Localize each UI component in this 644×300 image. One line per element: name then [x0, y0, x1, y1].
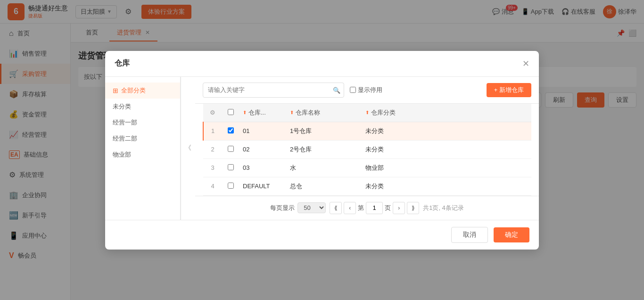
th-name[interactable]: ⬆ 仓库名称 — [286, 104, 362, 122]
cell-num: 2 — [203, 140, 222, 158]
cancel-button[interactable]: 取消 — [451, 227, 488, 243]
modal-main: 🔍 显示停用 + 新增仓库 ⚙ — [195, 77, 539, 220]
modal-close-icon[interactable]: ✕ — [522, 58, 529, 69]
cell-category: 物业部 — [362, 158, 531, 177]
th-code[interactable]: ⬆ 仓库... — [239, 104, 286, 122]
cell-num: 1 — [203, 122, 222, 140]
page-size: 每页显示 50 10 20 100 — [270, 202, 326, 213]
category-op2-label: 经营二部 — [113, 134, 137, 143]
warehouse-modal: 仓库 ✕ ⊞ 全部分类 未分类 经营一部 经营二部 — [105, 51, 539, 250]
modal-header: 仓库 ✕ — [105, 51, 539, 77]
page-input[interactable] — [366, 202, 383, 214]
table-header-row: ⚙ ⬆ 仓库... — [203, 104, 531, 122]
th-name-sort: ⬆ 仓库名称 — [290, 108, 358, 117]
cell-category: 未分类 — [362, 140, 531, 158]
cell-check — [222, 122, 239, 140]
settings-th-icon[interactable]: ⚙ — [210, 109, 215, 116]
table-body: 1 01 1号仓库 未分类 2 02 2号仓库 未分类 3 03 水 物业部 4 — [203, 122, 531, 195]
search-icon[interactable]: 🔍 — [333, 86, 340, 93]
cell-name: 2号仓库 — [286, 140, 362, 158]
page-prev-button[interactable]: ‹ — [344, 202, 356, 214]
category-property[interactable]: 物业部 — [105, 147, 180, 163]
modal-footer: 取消 确定 — [105, 220, 539, 250]
cell-category: 未分类 — [362, 177, 531, 195]
cell-check — [222, 158, 239, 177]
warehouse-table: ⚙ ⬆ 仓库... — [203, 104, 531, 196]
category-op1-label: 经营一部 — [113, 118, 137, 127]
cell-name: 水 — [286, 158, 362, 177]
warehouse-table-wrap: ⚙ ⬆ 仓库... — [195, 104, 539, 196]
page-first-button[interactable]: ⟪ — [330, 202, 342, 214]
sidebar-collapse-button[interactable]: 《 — [181, 77, 195, 220]
cell-num: 4 — [203, 177, 222, 195]
page-last-button[interactable]: ⟫ — [407, 202, 419, 214]
grid-icon: ⊞ — [113, 87, 118, 94]
add-warehouse-button[interactable]: + 新增仓库 — [487, 83, 531, 97]
row-checkbox[interactable] — [228, 146, 234, 152]
page-next-button[interactable]: › — [393, 202, 405, 214]
modal-toolbar: 🔍 显示停用 + 新增仓库 — [195, 77, 539, 104]
page-unit: 页 — [385, 204, 391, 212]
search-wrap: 🔍 — [203, 83, 344, 98]
th-code-sort: ⬆ 仓库... — [243, 108, 282, 117]
show-disabled-text: 显示停用 — [358, 86, 382, 94]
modal-category-sidebar: ⊞ 全部分类 未分类 经营一部 经营二部 物业部 — [105, 77, 181, 220]
page-label: 第 — [358, 204, 364, 212]
cell-code: DEFAULT — [239, 177, 286, 195]
category-op2[interactable]: 经营二部 — [105, 131, 180, 147]
cell-num: 3 — [203, 158, 222, 177]
search-input[interactable] — [203, 83, 344, 98]
page-total-info: 共1页, 4条记录 — [423, 204, 464, 212]
th-num: ⚙ — [203, 104, 222, 122]
cell-code: 01 — [239, 122, 286, 140]
category-op1[interactable]: 经营一部 — [105, 115, 180, 131]
th-category-sort: ⬆ 仓库分类 — [365, 108, 528, 117]
row-checkbox[interactable] — [228, 127, 234, 133]
show-disabled-label: 显示停用 — [350, 86, 382, 94]
cell-code: 03 — [239, 158, 286, 177]
per-page-select[interactable]: 50 10 20 100 — [297, 202, 326, 213]
row-checkbox[interactable] — [228, 183, 234, 189]
modal-overlay: 仓库 ✕ ⊞ 全部分类 未分类 经营一部 经营二部 — [0, 0, 644, 300]
th-check — [222, 104, 239, 122]
category-all[interactable]: ⊞ 全部分类 — [105, 83, 180, 99]
pagination: 每页显示 50 10 20 100 ⟪ ‹ 第 页 — [195, 196, 539, 220]
row-checkbox[interactable] — [228, 164, 234, 170]
cell-check — [222, 140, 239, 158]
page-nav: ⟪ ‹ 第 页 › ⟫ — [330, 202, 419, 214]
confirm-button[interactable]: 确定 — [494, 227, 529, 242]
cell-category: 未分类 — [362, 122, 531, 140]
modal-body: ⊞ 全部分类 未分类 经营一部 经营二部 物业部 《 — [105, 77, 539, 220]
category-all-label: 全部分类 — [121, 86, 146, 95]
select-all-checkbox[interactable] — [228, 109, 234, 115]
cell-name: 总仓 — [286, 177, 362, 195]
per-page-label: 每页显示 — [270, 204, 295, 212]
table-row: 1 01 1号仓库 未分类 — [203, 122, 531, 140]
category-none[interactable]: 未分类 — [105, 99, 180, 115]
category-none-label: 未分类 — [113, 102, 131, 111]
cell-name: 1号仓库 — [286, 122, 362, 140]
cell-code: 02 — [239, 140, 286, 158]
cell-check — [222, 177, 239, 195]
table-row: 3 03 水 物业部 — [203, 158, 531, 177]
th-category[interactable]: ⬆ 仓库分类 — [362, 104, 531, 122]
show-disabled-checkbox[interactable] — [350, 87, 356, 93]
modal-title: 仓库 — [115, 58, 130, 68]
table-row: 4 DEFAULT 总仓 未分类 — [203, 177, 531, 195]
category-property-label: 物业部 — [113, 150, 131, 159]
table-row: 2 02 2号仓库 未分类 — [203, 140, 531, 158]
